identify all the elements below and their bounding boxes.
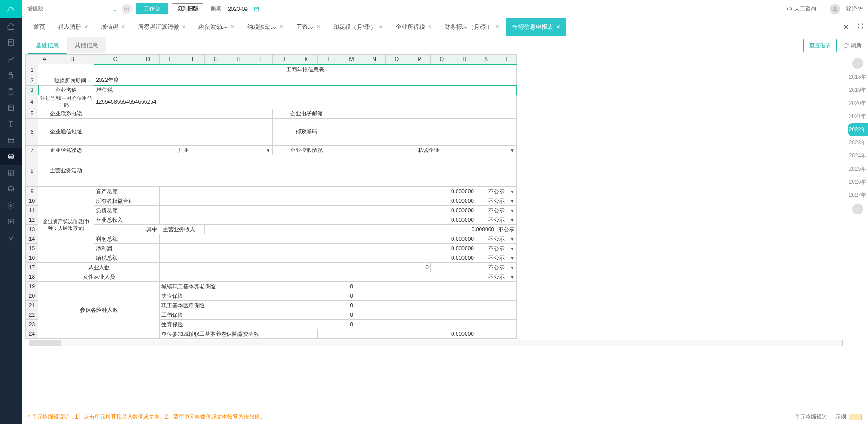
user-name[interactable]: 徐泽华 [846, 5, 863, 13]
close-icon[interactable]: ✕ [495, 24, 500, 30]
close-icon[interactable]: ✕ [428, 24, 432, 30]
tab-纳税波动表[interactable]: 纳税波动表✕ [241, 18, 290, 36]
sub-tab-row: 基础信息 其他信息 重置报表 刷新 [22, 36, 868, 54]
example-swatch [849, 414, 862, 420]
footer: * 单元格编辑说明：1、点击单元格直接录入数值或文本。2、清空单元格数值或文本恢… [22, 410, 868, 424]
svg-point-7 [10, 205, 12, 207]
nav-link-icon[interactable] [0, 165, 22, 181]
nav-fund-icon[interactable] [0, 148, 22, 165]
close-icon[interactable]: ✕ [231, 24, 235, 30]
year-2020年[interactable]: 2020年 [848, 97, 868, 110]
close-icon[interactable]: ✕ [182, 24, 186, 30]
period-value[interactable]: 2023-09 [228, 6, 248, 12]
close-icon[interactable]: ✕ [556, 24, 560, 30]
svg-rect-10 [254, 7, 258, 11]
fullscreen-icon[interactable] [855, 21, 865, 33]
close-icon[interactable]: ✕ [84, 24, 88, 30]
tab-所得税汇算清缴[interactable]: 所得税汇算清缴✕ [132, 18, 192, 36]
svg-rect-4 [8, 138, 14, 143]
left-sidebar [0, 0, 22, 424]
switch-old-button[interactable]: 切到旧版 [172, 3, 203, 14]
nav-clipboard-icon[interactable] [0, 83, 22, 100]
nav-calc-icon[interactable] [0, 100, 22, 116]
topbar: 增值税 ⌄ 工作台 切到旧版 账期 2023-09 人工咨询 | [22, 0, 868, 18]
nav-play-icon[interactable] [0, 214, 22, 230]
nav-inbox-icon[interactable] [0, 181, 22, 197]
year-2027年[interactable]: 2027年 [848, 189, 868, 202]
reset-report-button[interactable]: 重置报表 [803, 39, 837, 52]
period-label: 账期 [211, 5, 222, 13]
year-2019年[interactable]: 2019年 [848, 84, 868, 97]
horizontal-scrollbar[interactable] [29, 340, 843, 346]
close-icon[interactable]: ✕ [379, 24, 383, 30]
close-icon[interactable]: ✕ [121, 24, 125, 30]
tabs-bar: 首页税表清册✕增值税✕所得税汇算清缴✕税负波动表✕纳税波动表✕工资表✕印花税（月… [22, 18, 868, 36]
svg-point-11 [834, 7, 836, 9]
tab-企业所得税[interactable]: 企业所得税✕ [389, 18, 438, 36]
nav-doc-icon[interactable] [0, 34, 22, 51]
consult-link[interactable]: 人工咨询 [786, 5, 816, 13]
chevron-down-icon: ⌄ [112, 5, 118, 13]
nav-text-icon[interactable] [0, 116, 22, 132]
year-2023年[interactable]: 2023年 [848, 136, 868, 149]
svg-rect-3 [9, 105, 14, 111]
calendar-icon[interactable] [253, 6, 259, 12]
spreadsheet[interactable]: ABCDEFGHIJKLMNOPQRST1工商年报信息表2税款所属期间：2022… [22, 54, 847, 410]
svg-point-5 [9, 154, 14, 157]
avatar-icon[interactable] [830, 4, 840, 14]
tab-税表清册[interactable]: 税表清册✕ [52, 18, 94, 36]
svg-rect-9 [125, 7, 128, 11]
note-icon[interactable] [121, 4, 132, 14]
year-2021年[interactable]: 2021年 [848, 110, 868, 123]
company-name: 增值税 [27, 5, 43, 13]
company-selector[interactable]: 增值税 ⌄ [27, 5, 118, 13]
nav-money-icon[interactable] [0, 67, 22, 83]
workbench-button[interactable]: 工作台 [136, 3, 168, 14]
tab-财务报表（月/季）[interactable]: 财务报表（月/季）✕ [438, 18, 506, 36]
year-2025年[interactable]: 2025年 [848, 162, 868, 176]
year-sidebar: ︿ 2018年2019年2020年2021年2022年2023年2024年202… [847, 54, 868, 410]
footer-hint: * 单元格编辑说明：1、点击单元格直接录入数值或文本。2、清空单元格数值或文本恢… [28, 413, 265, 421]
year-down-icon[interactable]: ﹀ [852, 204, 863, 214]
year-2026年[interactable]: 2026年 [848, 176, 868, 189]
app-logo [0, 0, 22, 18]
close-icon[interactable]: ✕ [279, 24, 283, 30]
year-2024年[interactable]: 2024年 [848, 149, 868, 162]
year-2022年[interactable]: 2022年 [848, 123, 868, 136]
year-up-icon[interactable]: ︿ [852, 58, 863, 69]
tab-税负波动表[interactable]: 税负波动表✕ [192, 18, 241, 36]
close-all-icon[interactable]: ✕ [841, 21, 851, 33]
subtab-other[interactable]: 其他信息 [67, 37, 106, 53]
subtab-basic[interactable]: 基础信息 [28, 37, 67, 54]
nav-table-icon[interactable] [0, 132, 22, 148]
year-2018年[interactable]: 2018年 [848, 71, 868, 84]
tab-首页[interactable]: 首页 [27, 18, 52, 36]
tab-年报信息申报表[interactable]: 年报信息申报表✕ [506, 18, 566, 36]
nav-home-icon[interactable] [0, 18, 22, 34]
refresh-button[interactable]: 刷新 [843, 42, 862, 49]
tab-印花税（月/季）[interactable]: 印花税（月/季）✕ [327, 18, 389, 36]
tab-增值税[interactable]: 增值税✕ [94, 18, 132, 36]
tab-工资表[interactable]: 工资表✕ [290, 18, 327, 36]
nav-v-icon[interactable] [0, 230, 22, 246]
nav-chart-icon[interactable] [0, 51, 22, 67]
nav-settings-icon[interactable] [0, 197, 22, 214]
close-icon[interactable]: ✕ [316, 24, 321, 30]
